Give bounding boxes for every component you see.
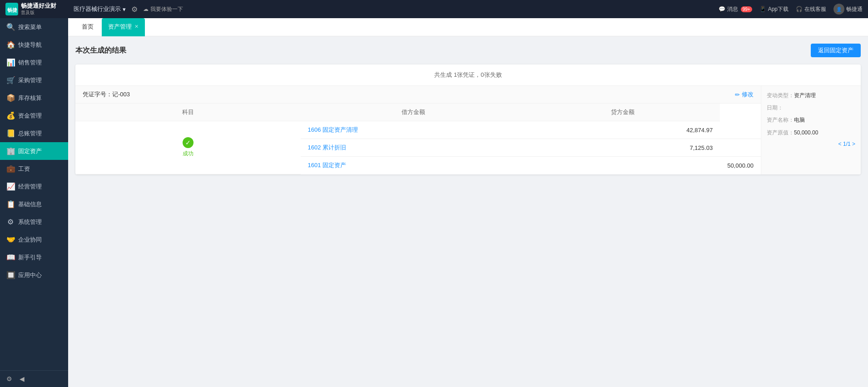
collapse-icon[interactable]: ◀ — [20, 375, 25, 382]
sidebar-label-system: 系统管理 — [18, 218, 42, 226]
user-avatar[interactable]: 👤 畅捷通 — [833, 4, 863, 15]
edit-button[interactable]: ✏ 修改 — [735, 90, 754, 99]
sidebar-item-quick-nav[interactable]: 🏠 快捷导航 — [0, 36, 68, 54]
sidebar-label-search: 搜索菜单 — [18, 23, 42, 31]
cell-credit: 50,000.00 — [720, 157, 761, 174]
cell-debit: 42,874.97 — [526, 121, 720, 139]
online-service-btn[interactable]: 🎧 在线客服 — [796, 5, 826, 13]
inventory-icon: 📦 — [6, 94, 15, 102]
sidebar-label-inventory: 库存核算 — [18, 94, 42, 102]
sidebar-label-quick-nav: 快捷导航 — [18, 41, 42, 49]
cell-debit: 7,125.03 — [526, 139, 720, 157]
page-header: 本次生成的结果 返回固定资产 — [75, 44, 861, 57]
sidebar-item-basic-info[interactable]: 📋 基础信息 — [0, 195, 68, 213]
app-download-btn[interactable]: 📱 App下载 — [759, 5, 789, 13]
cell-credit — [720, 139, 761, 157]
back-button[interactable]: 返回固定资产 — [811, 44, 861, 57]
salary-icon: 💼 — [6, 164, 15, 173]
page-title: 本次生成的结果 — [75, 46, 126, 55]
messages-btn[interactable]: 💬 消息 99+ — [719, 5, 752, 13]
cell-subject: 1606 固定资产清理 — [301, 121, 526, 139]
side-date-row: 日期： — [767, 104, 855, 112]
tab-home[interactable]: 首页 — [75, 18, 100, 36]
side-change-type-value: 资产清理 — [794, 91, 816, 100]
experience-btn[interactable]: ☁ 我要体验一下 — [143, 5, 183, 13]
company-selector[interactable]: 医疗器械行业演示 ▾ — [74, 5, 126, 13]
sidebar-bottom: ⚙ ◀ — [0, 370, 68, 387]
sidebar-item-operations[interactable]: 📈 经营管理 — [0, 178, 68, 195]
sidebar-label-salary: 工资 — [18, 165, 30, 173]
sidebar-item-purchase[interactable]: 🛒 采购管理 — [0, 71, 68, 89]
tab-close-icon[interactable]: ✕ — [134, 24, 139, 30]
sidebar-item-search[interactable]: 🔍 搜索菜单 — [0, 18, 68, 36]
cell-debit — [526, 157, 720, 174]
tab-asset-mgmt[interactable]: 资产管理 ✕ — [102, 18, 145, 36]
messages-badge: 99+ — [741, 6, 752, 12]
voucher-table: 科目 借方金额 贷方金额 ✓成功1606 固定资产清理42,874.971602… — [75, 104, 761, 174]
purchase-icon: 🛒 — [6, 76, 15, 84]
voucher-no: 凭证字号：记-003 — [83, 90, 130, 99]
sidebar-item-app-center[interactable]: 🔲 应用中心 — [0, 266, 68, 284]
side-asset-name-label: 资产名称： — [767, 116, 794, 124]
side-change-type-label: 变动类型： — [767, 91, 794, 100]
sidebar-label-enterprise: 企业协同 — [18, 236, 42, 244]
sidebar-item-system[interactable]: ⚙ 系统管理 — [0, 213, 68, 231]
cell-subject: 1601 固定资产 — [301, 157, 526, 174]
cell-subject: 1602 累计折旧 — [301, 139, 526, 157]
settings-bottom-icon[interactable]: ⚙ — [6, 375, 12, 382]
main-layout: 🔍 搜索菜单 🏠 快捷导航 📊 销售管理 🛒 采购管理 📦 库存核算 💰 — [0, 18, 868, 387]
col-header-subject: 科目 — [75, 104, 301, 121]
sidebar-item-inventory[interactable]: 📦 库存核算 — [0, 89, 68, 107]
headset-icon: 🎧 — [796, 6, 803, 12]
voucher-section: 凭证字号：记-003 ✏ 修改 科目 借方金额 贷 — [75, 86, 861, 174]
sidebar-item-fixed-assets[interactable]: 🏢 固定资产 — [0, 142, 68, 160]
logo: 畅捷 畅捷通好业财 普及版 — [5, 2, 74, 16]
sidebar-label-guide: 新手引导 — [18, 253, 42, 262]
success-text: 成功 — [183, 150, 193, 158]
app-center-icon: 🔲 — [6, 271, 15, 279]
cell-credit — [720, 121, 761, 139]
success-icon: ✓ — [183, 137, 193, 148]
enterprise-icon: 🤝 — [6, 235, 15, 244]
operations-icon: 📈 — [6, 182, 15, 191]
sidebar: 🔍 搜索菜单 🏠 快捷导航 📊 销售管理 🛒 采购管理 📦 库存核算 💰 — [0, 18, 68, 387]
sidebar-item-sales[interactable]: 📊 销售管理 — [0, 54, 68, 71]
search-icon: 🔍 — [6, 23, 15, 31]
pagination-next[interactable]: > — [852, 141, 855, 147]
sidebar-label-app-center: 应用中心 — [18, 271, 42, 279]
app-name: 畅捷通好业财 — [21, 2, 56, 10]
message-icon: 💬 — [719, 6, 725, 12]
phone-icon: 📱 — [759, 6, 766, 12]
fixed-assets-icon: 🏢 — [6, 147, 15, 155]
experience-icon: ☁ — [143, 6, 149, 12]
sidebar-item-salary[interactable]: 💼 工资 — [0, 160, 68, 178]
voucher-header-bar: 凭证字号：记-003 ✏ 修改 — [75, 86, 761, 104]
experience-label: 我要体验一下 — [150, 5, 183, 13]
sidebar-item-guide[interactable]: 📖 新手引导 — [0, 248, 68, 266]
online-service-label: 在线客服 — [804, 5, 826, 13]
gear-icon[interactable]: ⚙ — [131, 5, 138, 14]
edit-label: 修改 — [742, 90, 754, 99]
capital-icon: 💰 — [6, 111, 15, 120]
pagination-prev[interactable]: < — [838, 141, 842, 147]
sidebar-item-capital[interactable]: 💰 资金管理 — [0, 107, 68, 124]
col-header-credit: 贷方金额 — [526, 104, 720, 121]
side-asset-value-row: 资产原值： 50,000.00 — [767, 129, 855, 137]
topbar: 畅捷 畅捷通好业财 普及版 医疗器械行业演示 ▾ ⚙ ☁ 我要体验一下 💬 消息… — [0, 0, 868, 18]
success-cell: ✓成功 — [75, 121, 301, 174]
content-area: 首页 资产管理 ✕ 本次生成的结果 返回固定资产 共生成 1张凭证，0张失败 凭… — [68, 18, 868, 387]
avatar: 👤 — [833, 4, 844, 15]
tab-home-label: 首页 — [82, 23, 94, 31]
sidebar-item-enterprise[interactable]: 🤝 企业协同 — [0, 231, 68, 248]
side-asset-name-value: 电脑 — [794, 116, 805, 124]
username: 畅捷通 — [846, 5, 863, 13]
voucher-side: 变动类型： 资产清理 日期： 资产名称： 电脑 资产原值： — [761, 86, 861, 174]
sidebar-label-fixed-assets: 固定资产 — [18, 147, 42, 155]
logo-icon: 畅捷 — [5, 3, 18, 15]
voucher-main: 凭证字号：记-003 ✏ 修改 科目 借方金额 贷 — [75, 86, 761, 174]
table-header-row: 科目 借方金额 贷方金额 — [75, 104, 761, 121]
side-asset-name-row: 资产名称： 电脑 — [767, 116, 855, 124]
sidebar-item-ledger[interactable]: 📒 总账管理 — [0, 124, 68, 142]
result-summary: 共生成 1张凭证，0张失败 — [75, 64, 861, 86]
result-panel: 共生成 1张凭证，0张失败 凭证字号：记-003 ✏ 修改 — [75, 64, 861, 174]
